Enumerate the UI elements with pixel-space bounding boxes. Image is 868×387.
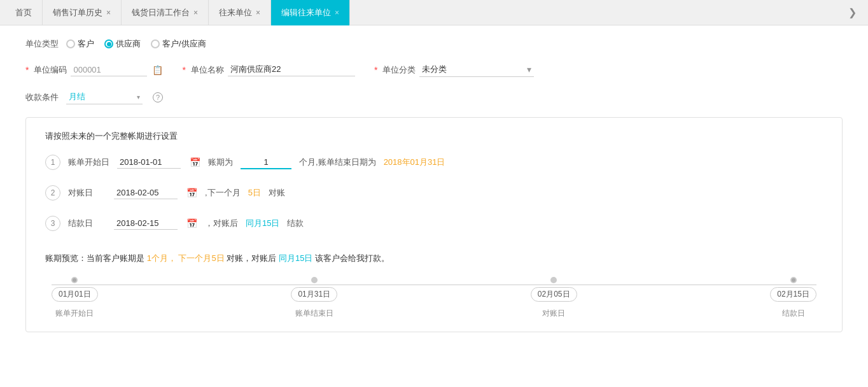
arrow-right-icon: ❯: [848, 7, 857, 18]
step-number-3: 3: [45, 216, 60, 231]
step-2-calendar-icon[interactable]: 📅: [186, 188, 197, 198]
timeline-badge-0: 01月01日: [52, 287, 98, 302]
payment-row: 收款条件 月结 ▾ ?: [25, 90, 843, 104]
tab-edit-counterpart[interactable]: 编辑往来单位 ×: [271, 0, 350, 25]
unit-code-label: 单位编码: [34, 64, 67, 76]
payment-value: 月结: [69, 91, 134, 102]
radio-both[interactable]: 客户/供应商: [151, 38, 206, 50]
step-3-date-input[interactable]: [114, 217, 178, 230]
timeline-badge-1: 01月31日: [291, 287, 337, 302]
preview-mid: 对账，对账后: [227, 253, 276, 263]
radio-supplier-circle: [104, 39, 113, 48]
step-3-highlight: 同月15日: [246, 218, 279, 229]
step-row-1: 1 账单开始日 📅 账期为 个月,账单结束日期为 2018年01月31日: [45, 155, 823, 170]
help-question-mark: ?: [156, 94, 160, 101]
timeline-label-3: 结款日: [782, 308, 805, 319]
unit-type-label: 单位类型: [25, 38, 59, 50]
main-content: 单位类型 客户 供应商 客户/供应商 * 单位编码 📋 * 单位名称: [0, 25, 868, 387]
unit-class-label: 单位分类: [382, 64, 416, 76]
radio-customer-circle: [66, 39, 75, 48]
timeline: 01月01日 账单开始日 01月31日 账单结束日 02月05日 对账日 02月…: [45, 277, 823, 319]
step-1-date-input[interactable]: [117, 156, 181, 169]
timeline-badge-2: 02月05日: [531, 287, 577, 302]
unit-name-label: 单位名称: [191, 64, 224, 76]
step-1-calendar-icon[interactable]: 📅: [190, 157, 200, 167]
unit-code-input[interactable]: [71, 64, 147, 76]
step-2-suffix: 对账: [269, 187, 285, 199]
timeline-dot-1: [311, 277, 318, 283]
tab-home[interactable]: 首页: [5, 0, 43, 25]
tab-cashwork[interactable]: 钱货日清工作台 ×: [122, 0, 209, 25]
unit-name-required: *: [182, 65, 185, 75]
radio-supplier[interactable]: 供应商: [104, 38, 141, 50]
timeline-point-1: 01月31日 账单结束日: [291, 277, 337, 319]
step-1-end-date: 2018年01月31日: [384, 157, 445, 168]
step-number-2: 2: [45, 185, 60, 201]
tab-edit-counterpart-close[interactable]: ×: [335, 8, 339, 17]
timeline-dot-0: [71, 277, 78, 283]
period-input[interactable]: [241, 156, 291, 169]
tab-counterpart-label: 往来单位: [219, 7, 252, 18]
radio-both-circle: [151, 39, 160, 48]
tab-sales-history[interactable]: 销售订单历史 ×: [43, 0, 122, 25]
timeline-point-3: 02月15日 结款日: [770, 277, 816, 319]
payment-label: 收款条件: [25, 92, 59, 103]
payment-chevron-icon: ▾: [137, 94, 140, 101]
step-label-3: 结款日: [68, 218, 106, 229]
timeline-point-2: 02月05日 对账日: [531, 277, 577, 319]
unit-class-required: *: [374, 65, 377, 75]
timeline-point-0: 01月01日 账单开始日: [52, 277, 98, 319]
unit-info-row: * 单位编码 📋 * 单位名称 * 单位分类 未分类 ▾: [25, 62, 843, 77]
step-row-2: 2 对账日 📅 ,下一个月5日 对账: [45, 185, 823, 201]
preview-part3: 同月15日: [279, 253, 312, 263]
tab-cashwork-close[interactable]: ×: [193, 8, 198, 17]
unit-class-chevron-icon: ▾: [527, 64, 531, 74]
timeline-label-2: 对账日: [542, 308, 565, 319]
tab-sales-history-label: 销售订单历史: [53, 7, 102, 18]
radio-supplier-label: 供应商: [116, 38, 141, 50]
step-1-mid-text: 账期为: [208, 157, 233, 168]
step-2-highlight: 5日: [248, 187, 261, 199]
section-title: 请按照未来的一个完整帐期进行设置: [45, 130, 823, 142]
billing-section: 请按照未来的一个完整帐期进行设置 1 账单开始日 📅 账期为 个月,账单结束日期…: [25, 117, 843, 332]
timeline-label-1: 账单结束日: [295, 308, 333, 319]
tab-sales-history-close[interactable]: ×: [106, 8, 111, 17]
tab-scroll-arrow[interactable]: ❯: [842, 6, 863, 18]
unit-class-value: 未分类: [422, 64, 527, 75]
tab-bar: 首页 销售订单历史 × 钱货日清工作台 × 往来单位 × 编辑往来单位 × ❯: [0, 0, 868, 25]
preview-part2: 下一个月5日: [178, 253, 224, 263]
step-2-prefix: ,下一个月: [205, 187, 241, 199]
radio-customer-label: 客户: [78, 38, 94, 50]
step-3-suffix: 结款: [287, 218, 304, 229]
payment-dropdown[interactable]: 月结 ▾: [66, 90, 143, 104]
unit-code-calendar-icon[interactable]: 📋: [152, 65, 163, 75]
tab-cashwork-label: 钱货日清工作台: [132, 7, 190, 18]
timeline-points: 01月01日 账单开始日 01月31日 账单结束日 02月05日 对账日 02月…: [52, 277, 816, 319]
unit-type-radio-group: 客户 供应商 客户/供应商: [66, 38, 206, 50]
timeline-label-0: 账单开始日: [55, 308, 94, 319]
preview-text: 账期预览：当前客户账期是 1个月， 下一个月5日 对账，对账后 同月15日 该客…: [45, 246, 823, 264]
preview-end: 该客户会给我打款。: [315, 253, 389, 263]
step-3-prefix: ，对账后: [205, 218, 238, 229]
tab-counterpart-close[interactable]: ×: [256, 8, 260, 17]
unit-name-input[interactable]: [228, 64, 355, 76]
radio-customer[interactable]: 客户: [66, 38, 94, 50]
timeline-dot-3: [790, 277, 797, 283]
step-3-calendar-icon[interactable]: 📅: [186, 218, 197, 229]
step-label-1: 账单开始日: [68, 157, 109, 168]
unit-code-required: *: [25, 65, 29, 75]
preview-part1: 1个月，: [147, 253, 176, 263]
payment-help-icon[interactable]: ?: [153, 92, 163, 102]
timeline-badge-3: 02月15日: [770, 287, 816, 302]
unit-type-row: 单位类型 客户 供应商 客户/供应商: [25, 38, 843, 50]
tab-counterpart[interactable]: 往来单位 ×: [209, 0, 271, 25]
step-label-2: 对账日: [68, 187, 106, 199]
unit-class-dropdown[interactable]: 未分类 ▾: [419, 62, 534, 77]
preview-label: 账期预览：当前客户账期是: [45, 253, 144, 263]
timeline-dot-2: [550, 277, 557, 283]
tab-home-label: 首页: [15, 7, 32, 18]
radio-both-label: 客户/供应商: [162, 38, 206, 50]
step-number-1: 1: [45, 155, 60, 170]
step-row-3: 3 结款日 📅 ，对账后 同月15日 结款: [45, 216, 823, 231]
step-2-date-input[interactable]: [114, 186, 178, 199]
